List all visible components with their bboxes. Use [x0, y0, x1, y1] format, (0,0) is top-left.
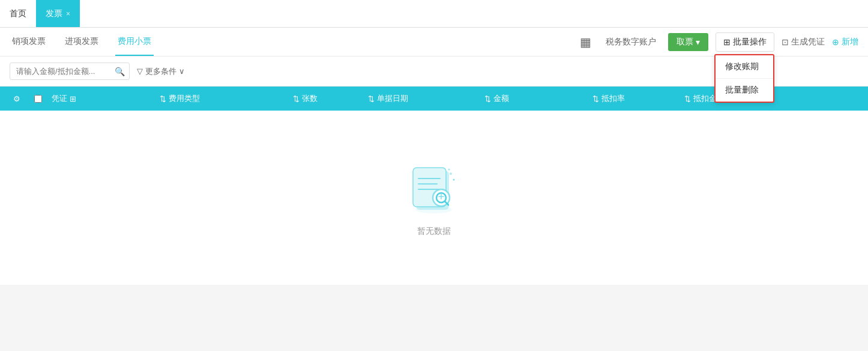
gear-icon: ⚙: [13, 94, 20, 103]
search-wrap: 🔍: [10, 63, 130, 80]
tab-purchase[interactable]: 进项发票: [62, 28, 101, 56]
filter-arrow: ∨: [179, 67, 185, 76]
sort-icon-left: ⇅: [684, 94, 691, 103]
invoice-tab-label: 发票: [46, 8, 62, 19]
get-ticket-arrow: ▾: [696, 37, 700, 47]
batch-dropdown-menu: 修改账期 批量删除: [714, 54, 774, 103]
add-icon: ⊕: [832, 37, 839, 47]
home-tab[interactable]: 首页: [0, 0, 36, 27]
th-rate[interactable]: ⇅ 抵扣率: [588, 93, 680, 104]
invoice-tab[interactable]: 发票 ×: [36, 0, 80, 27]
select-all-checkbox[interactable]: [34, 95, 42, 103]
svg-point-14: [448, 169, 450, 171]
voucher-filter-icon: ⊞: [70, 94, 76, 103]
sort-icon-left: ⇅: [293, 94, 300, 103]
sort-icon-left: ⇅: [484, 94, 491, 103]
tab-expense[interactable]: 费用小票: [115, 28, 154, 56]
th-settings[interactable]: ⚙: [5, 94, 29, 103]
empty-state: 暂无数据: [0, 111, 868, 285]
svg-point-12: [450, 172, 452, 175]
add-button[interactable]: ⊕ 新增: [832, 37, 858, 47]
batch-operation-container: ⊞ 批量操作 修改账期 批量删除: [716, 32, 774, 52]
invoice-tab-close[interactable]: ×: [66, 10, 70, 18]
generate-icon: ⊡: [782, 37, 789, 47]
th-count[interactable]: ⇅ 张数: [288, 93, 364, 104]
search-icon[interactable]: 🔍: [115, 67, 125, 76]
filter-icon: ▽: [137, 67, 143, 76]
dropdown-item-modify-period[interactable]: 修改账期: [716, 55, 773, 78]
th-checkbox[interactable]: [29, 95, 47, 103]
empty-icon: [404, 159, 464, 219]
empty-text: 暂无数据: [417, 226, 451, 237]
th-expense-type[interactable]: ⇅ 费用类型: [155, 93, 288, 104]
sort-icon-left: ⇅: [592, 94, 599, 103]
th-voucher[interactable]: 凭证 ⊞: [47, 93, 155, 104]
search-input[interactable]: [10, 63, 130, 80]
th-date[interactable]: ⇅ 单据日期: [363, 93, 480, 104]
batch-icon: ⊞: [723, 37, 731, 47]
sort-icon-left: ⇅: [368, 94, 375, 103]
more-filter-button[interactable]: ▽ 更多条件 ∨: [137, 66, 185, 77]
get-ticket-button[interactable]: 取票 ▾: [668, 33, 708, 51]
top-nav: 首页 发票 ×: [0, 0, 868, 28]
generate-voucher-button[interactable]: ⊡ 生成凭证: [782, 37, 825, 47]
qr-button[interactable]: ▦: [577, 32, 594, 52]
tab-sales[interactable]: 销项发票: [10, 28, 48, 56]
qr-icon: ▦: [580, 35, 591, 49]
dropdown-item-batch-delete[interactable]: 批量删除: [716, 78, 773, 102]
th-amount[interactable]: ⇅ 金额: [480, 93, 588, 104]
batch-operation-button[interactable]: ⊞ 批量操作: [716, 32, 774, 52]
sort-icon-left: ⇅: [160, 94, 166, 103]
tab-actions: ▦ 税务数字账户 取票 ▾ ⊞ 批量操作 修改账期 批量删除 ⊡ 生成凭证 ⊕: [577, 32, 858, 52]
sub-tabs: 销项发票 进项发票 费用小票: [10, 28, 154, 56]
sub-tab-bar: 销项发票 进项发票 费用小票 ▦ 税务数字账户 取票 ▾ ⊞ 批量操作 修改账期: [0, 28, 868, 56]
svg-point-13: [453, 179, 455, 181]
tax-account-button[interactable]: 税务数字账户: [601, 34, 661, 50]
